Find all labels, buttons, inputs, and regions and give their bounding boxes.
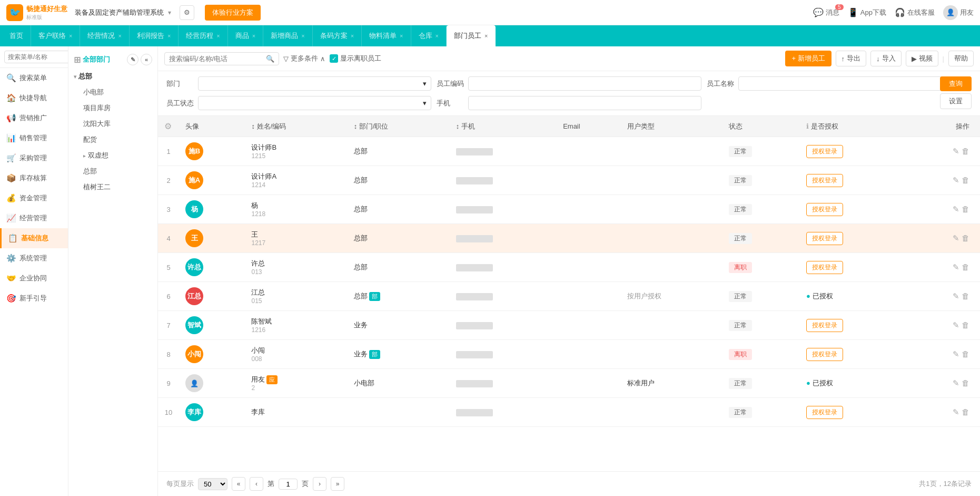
sidebar-item-finance[interactable]: 💰 资金管理	[0, 188, 68, 208]
next-page-btn[interactable]: ›	[313, 477, 326, 491]
delete-icon[interactable]: 🗑	[962, 378, 969, 387]
view-button[interactable]: ▶ 视频	[906, 51, 938, 66]
sidebar-item-guide[interactable]: 🎯 新手引导	[0, 288, 68, 308]
edit-icon[interactable]: ✎	[953, 291, 959, 300]
edit-icon[interactable]: ✎	[953, 407, 959, 416]
delete-icon[interactable]: 🗑	[962, 407, 969, 416]
edit-icon[interactable]: ✎	[953, 147, 959, 155]
th-dept[interactable]: ↕ 部门/职位	[348, 116, 450, 137]
message-btn[interactable]: 💬 消息 5	[813, 7, 839, 17]
tab-close-icon[interactable]: ×	[435, 33, 439, 39]
first-page-btn[interactable]: «	[232, 477, 245, 491]
sidebar-item-collab[interactable]: 🤝 企业协同	[0, 268, 68, 288]
nav-tab-经营情况[interactable]: 经营情况×	[80, 25, 129, 46]
export-button[interactable]: ↑ 导出	[836, 51, 867, 66]
authorize-button[interactable]: 授权登录	[806, 203, 843, 216]
settings-icon[interactable]: ⚙	[164, 122, 172, 131]
empstatus-select[interactable]: ▾	[198, 96, 431, 110]
authorize-button[interactable]: 授权登录	[806, 145, 843, 158]
nav-tab-仓库[interactable]: 仓库×	[411, 25, 447, 46]
search-input[interactable]	[4, 51, 68, 63]
dept-select[interactable]: ▾	[198, 76, 431, 91]
th-phone[interactable]: ↕ 手机	[450, 116, 557, 137]
add-employee-button[interactable]: + 新增员工	[785, 51, 831, 66]
dept-item-xiaodianbv[interactable]: 小电部	[68, 84, 157, 100]
prev-page-btn[interactable]: ‹	[250, 477, 263, 491]
delete-icon[interactable]: 🗑	[962, 147, 969, 155]
more-filter-btn[interactable]: ▽ 更多条件 ∧	[283, 54, 325, 63]
dept-collapse-btn[interactable]: «	[141, 54, 152, 65]
sidebar-item-inventory[interactable]: 📦 库存核算	[0, 168, 68, 188]
online-support-btn[interactable]: 🎧 在线客服	[895, 7, 935, 17]
authorize-button[interactable]: 授权登录	[806, 319, 843, 332]
delete-icon[interactable]: 🗑	[962, 349, 969, 358]
sidebar-item-marketing[interactable]: 📢 营销推广	[0, 108, 68, 128]
page-number-input[interactable]	[279, 479, 298, 490]
tab-close-icon[interactable]: ×	[484, 33, 488, 39]
tab-close-icon[interactable]: ×	[351, 33, 354, 39]
delete-icon[interactable]: 🗑	[962, 291, 969, 300]
set-button[interactable]: 设置	[940, 93, 972, 109]
query-button[interactable]: 查询	[940, 76, 972, 91]
sidebar-item-sales[interactable]: 📊 销售管理	[0, 128, 68, 148]
sidebar-item-quicknav[interactable]: 🏠 快捷导航	[0, 88, 68, 108]
tab-close-icon[interactable]: ×	[69, 33, 72, 39]
tab-close-icon[interactable]: ×	[252, 33, 255, 39]
dept-edit-btn[interactable]: ✎	[127, 54, 138, 65]
nav-tab-新增商品[interactable]: 新增商品×	[263, 25, 312, 46]
authorize-button[interactable]: 授权登录	[806, 348, 843, 361]
dept-item-zongbu2[interactable]: 总部	[68, 163, 157, 179]
delete-icon[interactable]: 🗑	[962, 262, 969, 271]
tab-close-icon[interactable]: ×	[301, 33, 304, 39]
edit-icon[interactable]: ✎	[953, 349, 959, 358]
nav-tab-部门员工[interactable]: 部门员工×	[447, 25, 496, 46]
help-button[interactable]: 帮助	[948, 51, 974, 66]
delete-icon[interactable]: 🗑	[962, 320, 969, 329]
sidebar-item-search[interactable]: 🔍 搜索菜单	[0, 68, 68, 88]
settings-button[interactable]: ⚙	[180, 5, 194, 20]
authorize-button[interactable]: 授权登录	[806, 406, 843, 419]
dept-item-xiangmu[interactable]: 项目库房	[68, 100, 157, 116]
edit-icon[interactable]: ✎	[953, 262, 959, 271]
delete-icon[interactable]: 🗑	[962, 205, 969, 213]
show-resign-checkbox[interactable]: ✓	[330, 54, 338, 63]
show-resign-wrap[interactable]: ✓ 显示离职员工	[330, 54, 381, 63]
dept-item-shenyang[interactable]: 沈阳大库	[68, 116, 157, 132]
edit-icon[interactable]: ✎	[953, 320, 959, 329]
sidebar-item-purchase[interactable]: 🛒 采购管理	[0, 148, 68, 168]
tab-close-icon[interactable]: ×	[118, 33, 121, 39]
tab-close-icon[interactable]: ×	[216, 33, 220, 39]
tab-close-icon[interactable]: ×	[167, 33, 171, 39]
nav-tab-利润报告[interactable]: 利润报告×	[130, 25, 179, 46]
authorize-button[interactable]: 授权登录	[806, 261, 843, 274]
dept-item-shuangxuxiang[interactable]: ▸ 双虚想	[68, 148, 157, 163]
phone-input[interactable]	[468, 96, 701, 110]
empname-input[interactable]	[738, 76, 972, 91]
nav-tab-物料清单[interactable]: 物料清单×	[362, 25, 411, 46]
edit-icon[interactable]: ✎	[953, 176, 959, 184]
empcode-input[interactable]	[468, 76, 701, 91]
authorize-button[interactable]: 授权登录	[806, 174, 843, 187]
dept-item-peihuo[interactable]: 配货	[68, 132, 157, 148]
dept-item-parent-zongbu[interactable]: ▾ 总部	[68, 69, 157, 84]
trial-button[interactable]: 体验行业方案	[205, 5, 261, 21]
edit-icon[interactable]: ✎	[953, 234, 959, 242]
nav-tab-经营历程[interactable]: 经营历程×	[179, 25, 227, 46]
page-size-select[interactable]: 50 100 200	[198, 478, 227, 490]
edit-icon[interactable]: ✎	[953, 378, 959, 387]
app-download-btn[interactable]: 📱 App下载	[848, 7, 886, 17]
sidebar-item-operations[interactable]: 📈 经营管理	[0, 208, 68, 228]
edit-icon[interactable]: ✎	[953, 205, 959, 213]
sidebar-item-basicinfo[interactable]: 📋 基础信息	[0, 228, 68, 248]
dept-item-zhishu[interactable]: 植树王二	[68, 179, 157, 195]
import-button[interactable]: ↓ 导入	[870, 51, 902, 66]
last-page-btn[interactable]: »	[331, 477, 344, 491]
authorize-button[interactable]: 授权登录	[806, 232, 843, 245]
user-menu[interactable]: 👤 用友	[943, 5, 974, 20]
delete-icon[interactable]: 🗑	[962, 176, 969, 184]
title-dropdown-icon[interactable]: ▾	[168, 9, 171, 16]
nav-tab-客户联络[interactable]: 客户联络×	[31, 25, 80, 46]
th-name[interactable]: ↕ 姓名/编码	[245, 116, 347, 137]
search-input[interactable]	[169, 55, 264, 63]
tab-close-icon[interactable]: ×	[400, 33, 403, 39]
